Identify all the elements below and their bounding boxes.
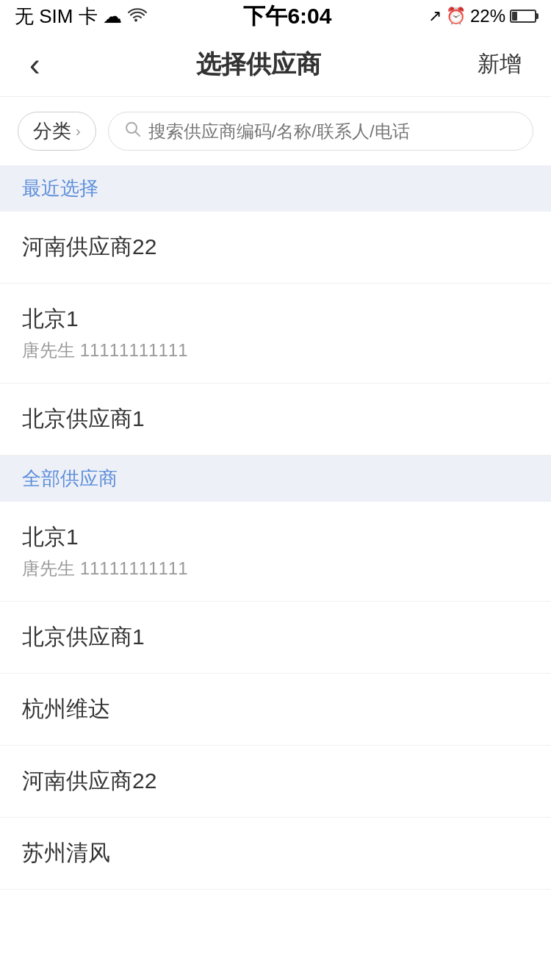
list-item[interactable]: 北京1唐先生 11111111111 bbox=[0, 502, 551, 602]
recent-section-label: 最近选择 bbox=[22, 177, 98, 199]
battery-percent: 22% bbox=[470, 6, 505, 26]
item-sub: 唐先生 11111111111 bbox=[22, 557, 529, 580]
item-name: 北京1 bbox=[22, 522, 529, 552]
category-label: 分类 bbox=[33, 118, 71, 144]
list-item[interactable]: 杭州维达 bbox=[0, 674, 551, 746]
status-left: 无 SIM 卡 ☁ bbox=[15, 4, 147, 29]
status-bar: 无 SIM 卡 ☁ 下午6:04 ↗ ⏰ 22% bbox=[0, 0, 551, 32]
filter-bar: 分类 › bbox=[0, 97, 551, 165]
search-input[interactable] bbox=[148, 121, 518, 142]
list-item[interactable]: 苏州清风 bbox=[0, 818, 551, 890]
item-name: 杭州维达 bbox=[22, 694, 529, 724]
recent-section-header: 最近选择 bbox=[0, 165, 551, 212]
search-box[interactable] bbox=[108, 112, 533, 151]
item-name: 河南供应商22 bbox=[22, 232, 529, 262]
wifi-icon bbox=[128, 5, 147, 28]
add-button[interactable]: 新增 bbox=[470, 42, 529, 87]
svg-line-1 bbox=[135, 132, 140, 137]
all-section-header: 全部供应商 bbox=[0, 455, 551, 502]
sim-label: 无 SIM 卡 ☁ bbox=[15, 4, 122, 29]
list-item[interactable]: 北京供应商1 bbox=[0, 602, 551, 674]
search-icon bbox=[123, 120, 141, 143]
back-button[interactable]: ‹ bbox=[22, 39, 48, 90]
all-section-label: 全部供应商 bbox=[22, 467, 118, 489]
item-name: 苏州清风 bbox=[22, 838, 529, 868]
category-button[interactable]: 分类 › bbox=[18, 112, 96, 151]
list-item[interactable]: 北京1唐先生 11111111111 bbox=[0, 284, 551, 383]
recent-list: 河南供应商22北京1唐先生 11111111111北京供应商1 bbox=[0, 212, 551, 455]
chevron-right-icon: › bbox=[76, 123, 81, 140]
item-sub: 唐先生 11111111111 bbox=[22, 339, 529, 362]
list-item[interactable]: 河南供应商22 bbox=[0, 212, 551, 284]
nav-bar: ‹ 选择供应商 新增 bbox=[0, 32, 551, 97]
item-name: 北京供应商1 bbox=[22, 404, 529, 434]
status-time: 下午6:04 bbox=[243, 1, 331, 32]
alarm-icon: ⏰ bbox=[446, 7, 466, 26]
list-item[interactable]: 北京供应商1 bbox=[0, 383, 551, 455]
item-name: 河南供应商22 bbox=[22, 766, 529, 796]
battery-icon bbox=[510, 10, 536, 23]
location-icon: ↗ bbox=[428, 7, 442, 26]
status-right: ↗ ⏰ 22% bbox=[428, 6, 536, 26]
item-name: 北京供应商1 bbox=[22, 622, 529, 652]
list-item[interactable]: 河南供应商22 bbox=[0, 746, 551, 818]
item-name: 北京1 bbox=[22, 304, 529, 334]
page-title: 选择供应商 bbox=[196, 48, 321, 82]
all-list: 北京1唐先生 11111111111北京供应商1杭州维达河南供应商22苏州清风 bbox=[0, 502, 551, 890]
